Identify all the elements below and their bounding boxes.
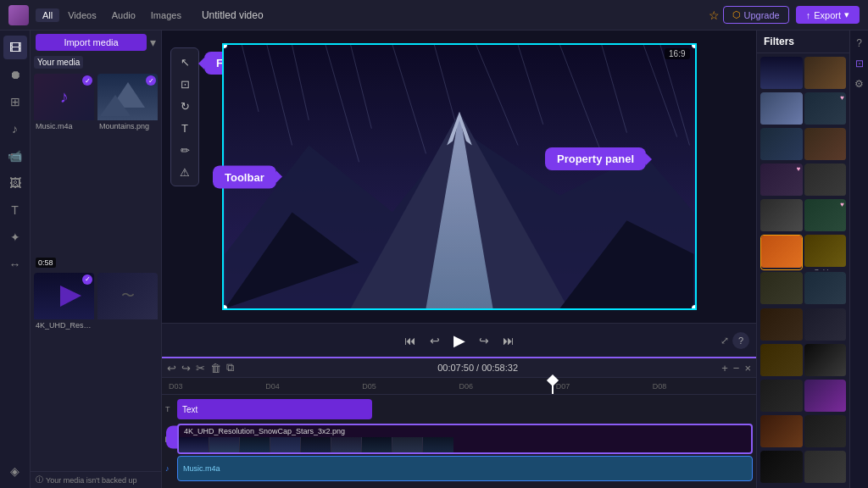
corner-handle-br[interactable]	[692, 305, 697, 310]
star-tool[interactable]: ⚠	[175, 162, 195, 182]
text-track-icon: T	[165, 405, 174, 413]
filter-item[interactable]: Cool coastline	[804, 272, 847, 306]
tab-all[interactable]: All	[36, 8, 59, 22]
timeline-ruler: D03 D04 D05 D06 D07 D08	[162, 378, 756, 395]
filter-name: Winter	[804, 341, 847, 342]
filter-item[interactable]: Unfiltered	[760, 57, 803, 91]
filter-item[interactable]: Old Western	[760, 308, 803, 342]
upgrade-button[interactable]: ⬡ Upgrade	[723, 6, 789, 24]
filter-item[interactable]: Warm countryside	[804, 57, 847, 91]
import-media-button[interactable]: Import media	[36, 34, 147, 51]
media-panel: Import media ▾ Your media ♪ 0:58 ✓ Music…	[31, 30, 162, 488]
media-item-name: Music.m4a	[34, 120, 94, 132]
media-item[interactable]: ♪ 0:58 ✓ Music.m4a	[34, 74, 94, 269]
filter-name: Black & white 1	[760, 483, 803, 485]
filter-item[interactable]: ♥Dreamscape	[760, 164, 803, 197]
zoom-out-button[interactable]: −	[733, 362, 740, 374]
filter-thumbnail	[760, 415, 803, 447]
sidebar-item-graphics[interactable]: ✦	[3, 225, 27, 249]
video-track-content[interactable]: 4K_UHD_Resolution_SnowCap_Stars_3x2.png	[177, 424, 753, 454]
media-item[interactable]: ✓ 4K_UHD_Resolutio...	[34, 273, 94, 469]
sidebar-item-stock-images[interactable]: 🖼	[3, 171, 27, 195]
sidebar-item-templates[interactable]: ⊞	[3, 90, 27, 114]
sidebar-item-media[interactable]: 🎞	[3, 36, 27, 59]
text-clip[interactable]: Text	[177, 399, 372, 419]
fullscreen-button[interactable]: ⤢	[721, 335, 729, 347]
sidebar-item-music[interactable]: ♪	[3, 117, 27, 141]
filter-item[interactable]: Golden	[804, 235, 847, 270]
media-item[interactable]: 〜	[97, 273, 158, 469]
rotate-tool[interactable]: ↻	[175, 96, 195, 116]
text-track-content[interactable]: Text	[177, 399, 753, 419]
filter-item[interactable]: Warm coastline	[760, 272, 803, 306]
skip-forward-button[interactable]: ⏭	[503, 334, 515, 347]
preview-canvas[interactable]: 16:9	[222, 43, 697, 310]
help-button[interactable]: ?	[732, 332, 749, 349]
skip-back-button[interactable]: ⏮	[404, 334, 416, 347]
filter-item[interactable]: Muted	[804, 451, 847, 485]
corner-handle-bl[interactable]	[222, 305, 227, 310]
media-tab-your[interactable]: Your media	[34, 56, 83, 69]
filter-item[interactable]: Warm tone film	[760, 415, 803, 449]
aspect-ratio-badge: 16:9	[665, 48, 689, 59]
media-item-name: 4K_UHD_Resolutio...	[34, 319, 94, 331]
filter-item[interactable]: ♥Cool countryside	[804, 199, 847, 233]
waveform-icon: 〜	[121, 287, 135, 305]
filter-item[interactable]: Fall	[760, 344, 803, 378]
left-sidebar: 🎞 ⏺ ⊞ ♪ 📹 🖼 T ✦ ↔ ◈	[0, 30, 31, 488]
import-expand-icon[interactable]: ▾	[150, 36, 156, 49]
filter-thumbnail	[804, 128, 847, 160]
sidebar-item-brand[interactable]: ◈	[3, 459, 27, 483]
filter-item[interactable]: Black & white 1	[760, 451, 803, 485]
paint-tool[interactable]: ✏	[175, 140, 195, 160]
filter-item[interactable]: Sunrise	[804, 128, 847, 162]
sidebar-item-stock-video[interactable]: 📹	[3, 144, 27, 168]
crop-tool[interactable]: ⊡	[175, 74, 195, 94]
filter-item[interactable]: Winter	[804, 308, 847, 342]
sidebar-item-transitions[interactable]: ↔	[3, 252, 27, 276]
export-button[interactable]: ↑ Export ▾	[796, 6, 860, 24]
filter-item[interactable]: Pastel dreams	[760, 92, 803, 126]
filter-thumbnail	[804, 272, 847, 304]
duplicate-button[interactable]: ⧉	[226, 361, 234, 374]
help-icon[interactable]: ?	[852, 36, 867, 51]
text-tool[interactable]: T	[175, 118, 195, 138]
frame-forward-button[interactable]: ↪	[479, 334, 489, 347]
filter-thumbnail	[804, 415, 847, 447]
cut-button[interactable]: ✂	[196, 362, 205, 374]
filter-item[interactable]: Cool tone	[760, 128, 803, 162]
timeline-toolbar: ↩ ↪ ✂ 🗑 ⧉ 00:07:50 / 00:58:32 + − ×	[162, 358, 756, 378]
sidebar-item-record[interactable]: ⏺	[3, 63, 27, 86]
tab-images[interactable]: Images	[144, 8, 188, 22]
play-button[interactable]: ▶	[453, 331, 465, 350]
video-filmstrip	[179, 437, 751, 454]
filter-item[interactable]: Deep fried	[760, 235, 803, 270]
filter-panel-icon[interactable]: ⊡	[852, 56, 867, 71]
filter-item[interactable]: ♥Winter sunset	[804, 92, 847, 126]
frame-back-button[interactable]: ↩	[430, 334, 440, 347]
adjust-icon[interactable]: ⚙	[852, 76, 867, 92]
filter-item[interactable]: Soft B&W	[760, 199, 803, 233]
filter-item[interactable]: 35mm	[760, 380, 803, 413]
filter-starred-icon: ♥	[840, 94, 844, 102]
add-track-button[interactable]: +	[721, 362, 728, 374]
filter-item[interactable]: Euphoric	[804, 380, 847, 413]
filter-item[interactable]: Muted B&W	[804, 164, 847, 197]
filter-item[interactable]: Contrast	[804, 344, 847, 378]
tab-audio[interactable]: Audio	[105, 8, 142, 22]
timeline-playhead[interactable]	[552, 378, 554, 394]
media-item[interactable]: ✓ Mountains.png	[97, 74, 158, 269]
audio-track-content[interactable]: Music.m4a	[177, 456, 753, 481]
upgrade-icon: ⬡	[732, 9, 741, 20]
filter-name: Golden	[804, 267, 847, 270]
redo-button[interactable]: ↪	[181, 362, 191, 374]
tab-videos[interactable]: Videos	[61, 8, 103, 22]
undo-button[interactable]: ↩	[167, 362, 176, 374]
delete-button[interactable]: 🗑	[210, 362, 221, 374]
sidebar-item-text[interactable]: T	[3, 198, 27, 222]
filter-item[interactable]: Black & white 2	[804, 415, 847, 449]
media-panel-header: Import media ▾	[31, 30, 161, 54]
right-icons-bar: ? ⊡ ⚙	[849, 30, 868, 488]
cursor-tool[interactable]: ↖	[175, 52, 195, 72]
zoom-in-button[interactable]: ×	[744, 362, 751, 374]
